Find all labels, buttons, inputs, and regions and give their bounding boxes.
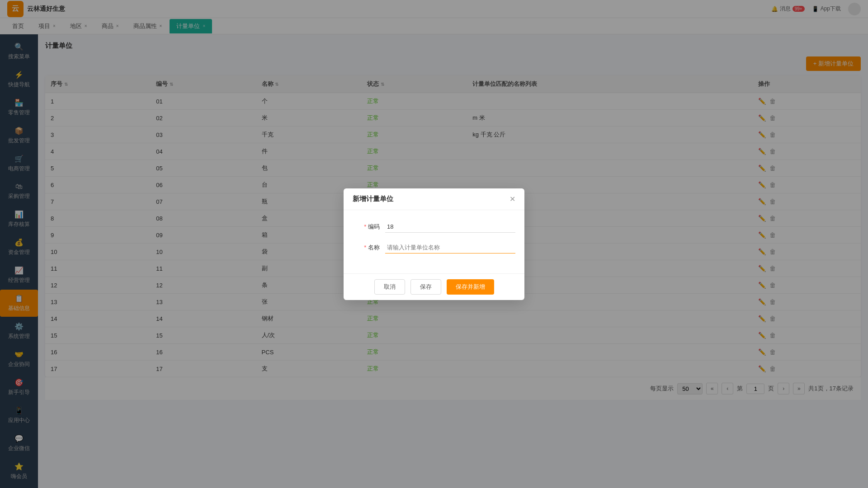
name-input[interactable]	[385, 242, 515, 253]
modal-header: 新增计量单位 ✕	[344, 188, 524, 210]
form-row-code: * 编码	[353, 221, 515, 233]
modal-title: 新增计量单位	[353, 195, 393, 203]
required-star-code: *	[364, 223, 366, 230]
required-star-name: *	[364, 244, 366, 251]
cancel-button[interactable]: 取消	[374, 279, 405, 295]
code-input[interactable]	[385, 221, 515, 233]
modal-footer: 取消 保存 保存并新增	[344, 273, 524, 300]
save-button[interactable]: 保存	[410, 279, 441, 295]
form-row-name: * 名称	[353, 242, 515, 253]
modal-close-button[interactable]: ✕	[509, 195, 515, 203]
save-and-new-button[interactable]: 保存并新增	[447, 279, 494, 295]
modal-overlay: 新增计量单位 ✕ * 编码 * 名称 取消 保存 保存并新增	[0, 0, 868, 488]
add-modal: 新增计量单位 ✕ * 编码 * 名称 取消 保存 保存并新增	[344, 188, 524, 300]
name-label: * 名称	[353, 244, 380, 252]
modal-body: * 编码 * 名称	[344, 210, 524, 273]
code-label: * 编码	[353, 223, 380, 231]
